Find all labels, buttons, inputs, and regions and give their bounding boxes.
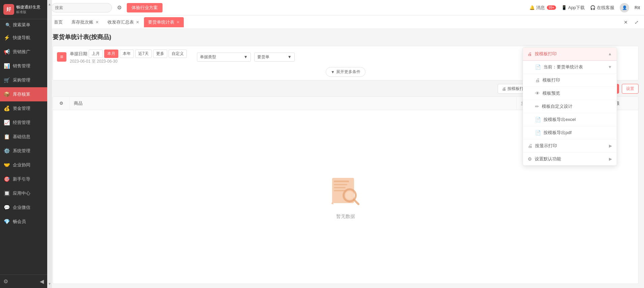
svg-rect-2 [334, 184, 347, 185]
page-title: 要货单统计表(按商品) [53, 33, 639, 41]
quick-nav-icon: ⚡ [3, 34, 10, 41]
filter-toggle-btn[interactable]: ≡ [57, 52, 66, 62]
sidebar-item-guide[interactable]: 🎯 新手引导 [0, 172, 47, 186]
notifications-btn[interactable]: 🔔 消息 99+ [529, 5, 556, 11]
sidebar-search[interactable]: 🔍 搜索菜单 [0, 19, 47, 31]
goods-select-chevron-icon: ▼ [288, 55, 292, 59]
date-prev-month-btn[interactable]: 上月 [89, 50, 103, 58]
headset-icon: 🎧 [590, 5, 595, 10]
order-goods-select[interactable]: 要货单 ▼ [254, 53, 295, 62]
svg-rect-1 [334, 181, 349, 182]
tab-close-order-stats[interactable]: ✕ [176, 20, 180, 25]
svg-line-7 [354, 200, 358, 204]
svg-point-6 [346, 191, 354, 199]
sidebar-item-collab[interactable]: 🤝 企业协同 [0, 158, 47, 172]
top-header: ⚙ 体验行业方案 🔔 消息 99+ 📱 App下载 🎧 在线客服 👤 Rit [47, 0, 644, 15]
expand-conditions-btn[interactable]: ▼ 展开更多条件 [326, 67, 365, 77]
app-badge: 标准版 [16, 10, 40, 14]
svg-rect-3 [334, 187, 346, 188]
template-excel-icon: 📄 [535, 117, 541, 122]
tab-collection-summary[interactable]: 收发存汇总表 ✕ [104, 17, 143, 27]
sidebar: 好 畅捷通好生意 标准版 🔍 搜索菜单 ⚡ 快捷导航 📢 营销推广 📊 销售管理… [0, 0, 47, 288]
global-search-input[interactable] [51, 3, 112, 12]
printer-icon: 🖨 [502, 87, 506, 91]
notifications-badge: 99+ [547, 5, 556, 10]
sidebar-item-wechat[interactable]: 💬 企业微信 [0, 200, 47, 215]
date-current-year-btn[interactable]: 本年 [120, 50, 134, 58]
sidebar-item-basics[interactable]: 📋 基础信息 [0, 130, 47, 144]
trial-button[interactable]: 体验行业方案 [127, 3, 163, 12]
guide-icon: 🎯 [3, 176, 10, 183]
sidebar-item-system[interactable]: ⚙️ 系统管理 [0, 144, 47, 158]
template-preview-icon: 👁 [535, 91, 540, 96]
dropdown-current-template[interactable]: 📄 当前：要货单统计表 ▼ [523, 61, 617, 74]
print-header-icon: 🖨 [528, 52, 532, 57]
wechat-icon: 💬 [3, 204, 10, 211]
finance-icon: 💰 [3, 105, 10, 112]
sidebar-collapse-icon[interactable]: ◀ [40, 278, 44, 285]
download-icon: 📱 [561, 5, 567, 10]
dropdown-item-template-pdf[interactable]: 📄 按模板导出pdf [523, 126, 617, 139]
sidebar-item-quick-nav[interactable]: ⚡ 快捷导航 [0, 31, 47, 45]
template-custom-icon: ✏ [535, 104, 539, 109]
app-center-icon: 🔲 [3, 190, 10, 197]
tab-inventory-batch[interactable]: 库存批次账 ✕ [67, 17, 103, 27]
tab-close-all-btn[interactable]: ✕ [621, 18, 631, 27]
bell-icon: 🔔 [529, 5, 535, 10]
app-logo: 好 畅捷通好生意 标准版 [0, 0, 47, 19]
system-icon: ⚙️ [3, 148, 10, 154]
date-7days-btn[interactable]: 近7天 [135, 50, 152, 58]
sidebar-item-sales[interactable]: 📊 销售管理 [0, 59, 47, 73]
sidebar-scroll-up[interactable]: ▲ [47, 1, 52, 7]
tab-maximize-btn[interactable]: ⤢ [632, 18, 641, 27]
template-print-icon: 🖨 [535, 77, 540, 83]
dropdown-item-template-preview[interactable]: 👁 模板预览 [523, 87, 617, 100]
collab-icon: 🤝 [3, 162, 10, 168]
sidebar-scroll-down[interactable]: ▼ [47, 281, 52, 287]
main-content: ⚙ 体验行业方案 🔔 消息 99+ 📱 App下载 🎧 在线客服 👤 Rit [47, 0, 644, 288]
tab-order-stats[interactable]: 要货单统计表 ✕ [144, 17, 184, 27]
sidebar-item-finance[interactable]: 💰 资金管理 [0, 101, 47, 116]
print-dropdown-panel: 🖨 按模板打印 ▲ 📄 当前：要货单统计表 ▼ 🖨 模板打印 👁 模板预览 [523, 47, 617, 166]
dropdown-item-template-excel[interactable]: 📄 按模板导出excel [523, 113, 617, 126]
sidebar-item-app-center[interactable]: 🔲 应用中心 [0, 186, 47, 200]
app-download-btn[interactable]: 📱 App下载 [561, 5, 585, 11]
date-custom-btn[interactable]: 自定义 [169, 50, 187, 58]
dropdown-up-icon: ▲ [608, 52, 612, 56]
header-gear-icon[interactable]: ⚙ [115, 3, 124, 12]
user-avatar[interactable]: 👤 [620, 3, 629, 12]
tab-close-collection-summary[interactable]: ✕ [136, 20, 139, 25]
app-name: 畅捷通好生意 [16, 4, 40, 10]
dropdown-item-template-print[interactable]: 🖨 模板打印 [523, 74, 617, 87]
sidebar-item-inventory[interactable]: 📦 库存核算 [0, 87, 47, 101]
sales-icon: 📊 [3, 63, 10, 69]
operations-icon: 📈 [3, 119, 10, 126]
empty-text: 暂无数据 [336, 214, 355, 220]
search-icon: 🔍 [5, 23, 11, 28]
purchase-icon: 🛒 [3, 77, 10, 84]
date-current-month-btn[interactable]: 本月 [104, 50, 118, 58]
sidebar-item-vip[interactable]: 💎 畅会员 [0, 215, 47, 229]
sidebar-item-marketing[interactable]: 📢 营销推广 [0, 45, 47, 59]
customer-service-btn[interactable]: 🎧 在线客服 [590, 5, 614, 11]
basics-icon: 📋 [3, 133, 10, 140]
tab-home[interactable]: 首页 [50, 17, 67, 27]
set-default-icon: ⚙ [528, 156, 532, 162]
dropdown-display-print[interactable]: 🖨 按显示打印 ▶ [523, 139, 617, 153]
sidebar-item-operations[interactable]: 📈 经营管理 [0, 116, 47, 130]
settings-btn[interactable]: 设置 [622, 84, 639, 94]
sidebar-settings-icon[interactable]: ⚙ [3, 278, 8, 285]
tab-close-inventory-batch[interactable]: ✕ [95, 20, 99, 25]
sidebar-item-purchase[interactable]: 🛒 采购管理 [0, 73, 47, 87]
avatar-placeholder: 👤 [622, 5, 627, 10]
order-type-select[interactable]: 单据类型 ▼ [197, 53, 251, 62]
col-settings[interactable]: ⚙ [53, 97, 70, 109]
dropdown-item-template-custom[interactable]: ✏ 模板自定义设计 [523, 100, 617, 113]
select-chevron-icon: ▼ [244, 55, 248, 59]
dropdown-header[interactable]: 🖨 按模板打印 ▲ [523, 47, 617, 61]
dropdown-set-default[interactable]: ⚙ 设置默认功能 ▶ [523, 153, 617, 165]
date-more-btn[interactable]: 更多 [153, 50, 167, 58]
template-pdf-icon: 📄 [535, 130, 541, 135]
display-print-icon: 🖨 [528, 143, 532, 149]
inventory-icon: 📦 [3, 91, 10, 98]
